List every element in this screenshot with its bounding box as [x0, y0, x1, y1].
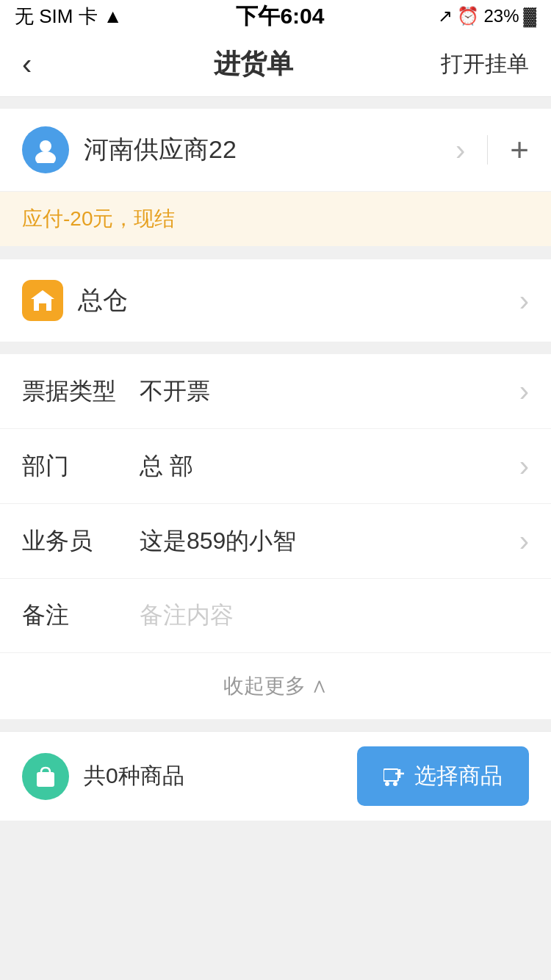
warehouse-row[interactable]: 总仓 — [0, 259, 551, 342]
invoice-type-chevron-icon — [519, 375, 529, 408]
collapse-button[interactable]: 收起更多 ∧ — [0, 653, 551, 719]
supplier-divider — [487, 135, 488, 165]
svg-marker-2 — [31, 290, 54, 299]
shopping-bag-icon — [32, 763, 59, 790]
form-section: 票据类型 不开票 部门 总 部 业务员 这是859的小智 备注 备注内容 收起更… — [0, 354, 551, 719]
salesperson-row[interactable]: 业务员 这是859的小智 — [0, 504, 551, 579]
wifi-icon: ▲ — [104, 5, 123, 28]
salesperson-label: 业务员 — [22, 525, 125, 558]
svg-rect-4 — [39, 303, 46, 311]
nav-bar: ‹ 进货单 打开挂单 — [0, 32, 551, 97]
salesperson-value: 这是859的小智 — [125, 525, 519, 558]
battery-icon: ▓ — [524, 6, 537, 26]
svg-rect-6 — [383, 769, 398, 781]
goods-icon-wrap — [22, 753, 69, 800]
warehouse-name: 总仓 — [78, 284, 519, 317]
status-bar: 无 SIM 卡 ▲ 下午6:04 ↗ ⏰ 23% ▓ — [0, 0, 551, 32]
page-title: 进货单 — [214, 46, 293, 82]
bottom-toolbar: 共0种商品 选择商品 — [0, 731, 551, 821]
invoice-type-label: 票据类型 — [22, 375, 125, 408]
notice-bar: 应付-20元，现结 — [0, 192, 551, 247]
goods-count: 共0种商品 — [84, 761, 357, 791]
department-label: 部门 — [22, 450, 125, 483]
supplier-chevron-icon — [455, 134, 465, 167]
select-goods-label: 选择商品 — [414, 761, 503, 791]
section-gap-3 — [0, 342, 551, 354]
department-chevron-icon — [519, 450, 529, 483]
supplier-avatar — [22, 126, 69, 173]
alarm-icon: ⏰ — [457, 6, 479, 26]
page-background — [0, 821, 551, 980]
warehouse-chevron-icon — [519, 284, 529, 317]
add-supplier-button[interactable]: + — [510, 131, 529, 168]
svg-rect-5 — [37, 772, 54, 787]
battery-text: 23% — [483, 6, 519, 26]
department-row[interactable]: 部门 总 部 — [0, 429, 551, 504]
cart-plus-icon — [383, 766, 406, 787]
status-right: ↗ ⏰ 23% ▓ — [438, 6, 536, 26]
open-pending-button[interactable]: 打开挂单 — [441, 49, 529, 79]
status-time: 下午6:04 — [236, 1, 324, 32]
status-left: 无 SIM 卡 ▲ — [15, 4, 122, 29]
supplier-section: 河南供应商22 + 应付-20元，现结 — [0, 109, 551, 247]
person-icon — [32, 137, 59, 163]
warehouse-icon-wrap — [22, 280, 63, 321]
supplier-name: 河南供应商22 — [84, 133, 455, 167]
salesperson-chevron-icon — [519, 525, 529, 558]
house-icon — [29, 289, 56, 312]
invoice-type-value: 不开票 — [125, 375, 519, 408]
section-gap-2 — [0, 248, 551, 259]
svg-point-10 — [393, 782, 397, 786]
svg-point-9 — [385, 782, 389, 786]
sim-status: 无 SIM 卡 — [15, 4, 98, 29]
location-icon: ↗ — [438, 6, 453, 26]
back-button[interactable]: ‹ — [22, 48, 66, 81]
department-value: 总 部 — [125, 450, 519, 483]
invoice-type-row[interactable]: 票据类型 不开票 — [0, 354, 551, 429]
remark-label: 备注 — [22, 599, 125, 632]
remark-input[interactable]: 备注内容 — [125, 599, 529, 632]
svg-point-0 — [40, 140, 51, 152]
section-gap-1 — [0, 97, 551, 109]
select-goods-button[interactable]: 选择商品 — [357, 746, 529, 806]
svg-point-1 — [35, 151, 56, 163]
supplier-row[interactable]: 河南供应商22 + — [0, 109, 551, 192]
remark-row[interactable]: 备注 备注内容 — [0, 579, 551, 653]
